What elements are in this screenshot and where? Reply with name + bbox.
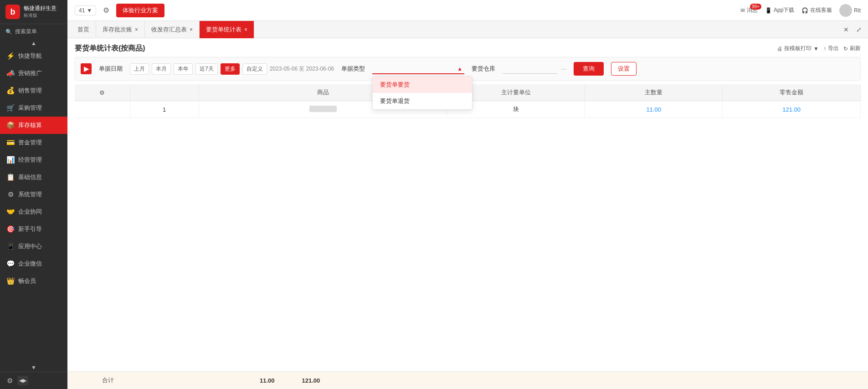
logo-name: 畅捷通好生意 bbox=[24, 5, 56, 12]
refresh-label: 刷新 bbox=[850, 45, 861, 52]
tab-order-summary[interactable]: 要货单统计表 × bbox=[200, 21, 254, 38]
sidebar-item-finance[interactable]: 💳 资金管理 bbox=[0, 134, 67, 151]
custom-date-btn[interactable]: 自定义 bbox=[242, 63, 267, 75]
settings-icon[interactable]: ⚙ bbox=[5, 377, 14, 385]
warehouse-input[interactable] bbox=[503, 64, 557, 74]
table-container: ⚙ 商品 主计量单位 主数量 零售金额 1 bbox=[75, 84, 861, 371]
sidebar-bottom: ⚙ ◀▶ bbox=[0, 372, 67, 389]
query-btn[interactable]: 查询 bbox=[574, 62, 604, 76]
sidebar-item-appstore[interactable]: 📱 应用中心 bbox=[0, 238, 67, 255]
summary-row: 合计 11.00 121.00 bbox=[67, 371, 868, 389]
more-btn[interactable]: 更多 bbox=[221, 63, 240, 75]
messages-action[interactable]: ✉ 消息 99+ bbox=[740, 6, 758, 14]
page-header: 要货单统计表(按商品) 🖨 按模板打印 ▼ ↑ 导出 ↻ 刷新 bbox=[67, 38, 868, 57]
sidebar-scroll-down[interactable]: ▼ bbox=[0, 363, 67, 372]
tab-close-all-btn[interactable]: ✕ bbox=[841, 24, 852, 35]
company-name: 41 bbox=[79, 7, 85, 14]
chevron-up-icon: ▲ bbox=[31, 40, 36, 46]
sidebar-item-wechat[interactable]: 💬 企业微信 bbox=[0, 255, 67, 272]
sidebar-item-label: 基础信息 bbox=[18, 173, 42, 181]
chevron-down-icon: ▼ bbox=[31, 364, 36, 371]
member-icon: 👑 bbox=[6, 277, 15, 285]
sidebar-item-purchase[interactable]: 🛒 采购管理 bbox=[0, 99, 67, 117]
tab-inventory-batch-label: 库存批次账 bbox=[103, 26, 132, 34]
sidebar-item-marketing[interactable]: 📣 营销推广 bbox=[0, 65, 67, 82]
tab-receivable-summary[interactable]: 收发存汇总表 × bbox=[145, 21, 200, 38]
sidebar-item-quick-nav[interactable]: ⚡ 快捷导航 bbox=[0, 47, 67, 65]
sidebar-item-sales[interactable]: 💰 销售管理 bbox=[0, 82, 67, 99]
type-input[interactable] bbox=[372, 64, 464, 74]
marketing-icon: 📣 bbox=[6, 69, 15, 77]
sidebar-item-label: 新手引导 bbox=[18, 225, 42, 233]
dropdown-item-order-return[interactable]: 要货单退货 bbox=[373, 93, 472, 109]
product-placeholder bbox=[309, 106, 337, 112]
type-filter-label: 单据类型 bbox=[341, 65, 365, 73]
online-service-action[interactable]: 🎧 在线客服 bbox=[801, 6, 832, 14]
filter-row: ▶ 单据日期 上月 本月 本年 近7天 更多 自定义 2023-05-06 至 … bbox=[81, 62, 855, 76]
sidebar-item-guide[interactable]: 🎯 新手引导 bbox=[0, 220, 67, 238]
sidebar-nav: ⚡ 快捷导航 📣 营销推广 💰 销售管理 🛒 采购管理 📦 库存核算 💳 资金管… bbox=[0, 47, 67, 363]
filter-expand-btn[interactable]: ▶ bbox=[81, 63, 92, 74]
tab-inventory-batch-close[interactable]: × bbox=[135, 26, 138, 33]
cooperation-icon: 🤝 bbox=[6, 208, 15, 216]
sidebar-item-inventory[interactable]: 📦 库存核算 bbox=[0, 117, 67, 134]
print-template-btn[interactable]: 🖨 按模板打印 ▼ bbox=[777, 45, 819, 52]
tab-order-summary-close[interactable]: × bbox=[244, 26, 247, 33]
summary-label: 合计 bbox=[102, 376, 114, 384]
tab-expand-btn[interactable]: ⤢ bbox=[853, 24, 864, 35]
sidebar-item-label: 企业微信 bbox=[18, 260, 42, 268]
user-name: Rit bbox=[854, 7, 861, 14]
sidebar-item-label: 系统管理 bbox=[18, 190, 42, 199]
td-row-num: 1 bbox=[130, 101, 199, 118]
td-quantity[interactable]: 11.00 bbox=[585, 101, 723, 118]
th-settings[interactable]: ⚙ bbox=[75, 84, 130, 101]
warehouse-ellipsis-btn[interactable]: ··· bbox=[561, 65, 566, 72]
search-icon: 🔍 bbox=[5, 29, 12, 35]
trial-btn[interactable]: 体验行业方案 bbox=[116, 4, 164, 17]
th-amount: 零售金额 bbox=[723, 84, 861, 101]
type-dropdown-menu: 要货单要货 要货单退货 bbox=[372, 76, 473, 110]
company-selector[interactable]: 41 ▼ bbox=[75, 5, 96, 15]
summary-amount: 121.00 bbox=[302, 377, 320, 384]
refresh-btn[interactable]: ↻ 刷新 bbox=[843, 45, 861, 52]
export-btn[interactable]: ↑ 导出 bbox=[823, 45, 839, 52]
type-dropdown-arrow[interactable]: ▲ bbox=[457, 66, 462, 72]
tab-inventory-batch[interactable]: 库存批次账 × bbox=[96, 21, 145, 38]
summary-quantity: 11.00 bbox=[260, 377, 275, 384]
tab-receivable-summary-close[interactable]: × bbox=[190, 26, 193, 33]
this-year-btn[interactable]: 本年 bbox=[174, 63, 193, 75]
topbar: 41 ▼ ⚙ 体验行业方案 ✉ 消息 99+ 📱 App下载 🎧 在线客服 R bbox=[67, 0, 868, 21]
dropdown-item-order-goods[interactable]: 要货单要货 bbox=[373, 77, 472, 93]
sidebar-item-operations[interactable]: 📊 经营管理 bbox=[0, 151, 67, 169]
sidebar-item-label: 企业协同 bbox=[18, 208, 42, 216]
sidebar-item-label: 应用中心 bbox=[18, 242, 42, 251]
sidebar-item-label: 营销推广 bbox=[18, 69, 42, 77]
sidebar-scroll-up[interactable]: ▲ bbox=[0, 39, 67, 47]
print-dropdown-icon: ▼ bbox=[813, 46, 819, 52]
table-settings-icon: ⚙ bbox=[99, 89, 105, 96]
sidebar-collapse-btn[interactable]: ◀▶ bbox=[17, 376, 28, 385]
sidebar-item-label: 采购管理 bbox=[18, 104, 42, 112]
last-7-days-btn[interactable]: 近7天 bbox=[195, 63, 218, 75]
topbar-settings-icon[interactable]: ⚙ bbox=[100, 4, 113, 17]
last-month-btn[interactable]: 上月 bbox=[130, 63, 149, 75]
tab-home[interactable]: 首页 bbox=[71, 21, 96, 38]
user-avatar-action[interactable]: Rit bbox=[839, 4, 861, 17]
app-download-action[interactable]: 📱 App下载 bbox=[765, 6, 794, 14]
settings-btn[interactable]: 设置 bbox=[611, 62, 637, 76]
finance-icon: 💳 bbox=[6, 138, 15, 147]
tabs-right: ✕ ⤢ bbox=[841, 24, 864, 35]
sidebar-item-system[interactable]: ⚙ 系统管理 bbox=[0, 186, 67, 203]
messages-badge: 99+ bbox=[750, 4, 761, 10]
sidebar-item-cooperation[interactable]: 🤝 企业协同 bbox=[0, 203, 67, 220]
th-quantity: 主数量 bbox=[585, 84, 723, 101]
sidebar-item-basic[interactable]: 📋 基础信息 bbox=[0, 169, 67, 186]
type-filter-section: ▲ 要货单要货 要货单退货 bbox=[372, 64, 464, 74]
page-content: 要货单统计表(按商品) 🖨 按模板打印 ▼ ↑ 导出 ↻ 刷新 bbox=[67, 38, 868, 389]
logo-sub: 标准版 bbox=[24, 12, 56, 19]
this-month-btn[interactable]: 本月 bbox=[152, 63, 171, 75]
sidebar-item-member[interactable]: 👑 畅会员 bbox=[0, 272, 67, 290]
td-amount[interactable]: 121.00 bbox=[723, 101, 861, 118]
sidebar-item-label: 快捷导航 bbox=[18, 52, 42, 60]
sidebar-search[interactable]: 🔍 搜索菜单 bbox=[0, 24, 67, 39]
